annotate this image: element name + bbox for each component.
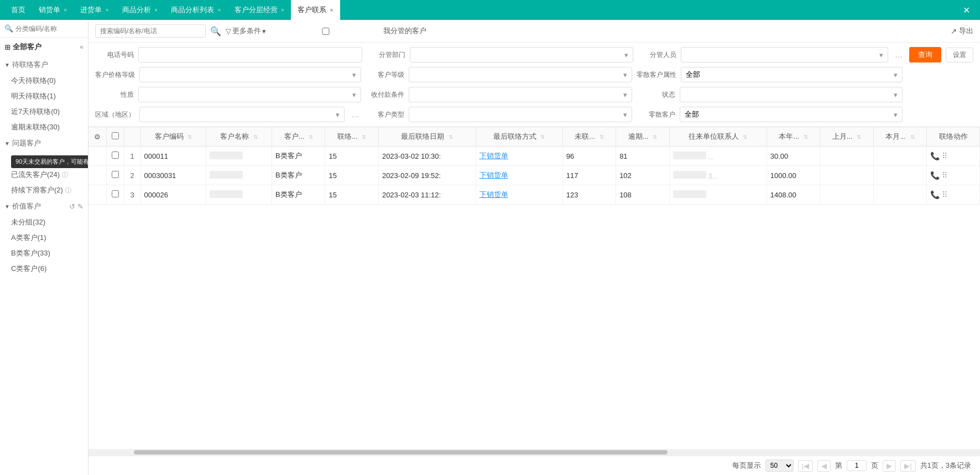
th-this-month[interactable]: 本月... ⇅: [873, 127, 926, 147]
next-page-button[interactable]: ▶: [883, 460, 896, 472]
more-actions-icon[interactable]: ⠿: [942, 171, 947, 180]
select-scatter-cust[interactable]: 全部▾: [680, 107, 903, 122]
close-icon[interactable]: ×: [154, 7, 158, 13]
last-page-button[interactable]: ▶|: [900, 460, 915, 472]
select-all-checkbox[interactable]: [112, 132, 119, 139]
select-payment[interactable]: ▾: [409, 87, 632, 102]
page-input[interactable]: [847, 460, 867, 471]
last-method-link[interactable]: 下销货单: [479, 171, 508, 179]
sidebar-item-today[interactable]: 今天待联络(0): [0, 73, 88, 88]
sidebar-item-a-class[interactable]: A类客户(1): [0, 230, 88, 246]
row-checkbox[interactable]: [112, 190, 119, 197]
horizontal-scrollbar[interactable]: [88, 449, 980, 456]
select-region[interactable]: ▾: [139, 107, 345, 122]
td-this-year: 1408.00: [767, 185, 820, 205]
chevron-down-icon: ▾: [624, 51, 628, 59]
nav-tab-customer-contact[interactable]: 客户联系 ×: [291, 0, 340, 20]
row-checkbox[interactable]: [112, 171, 119, 178]
close-icon[interactable]: ×: [64, 7, 67, 13]
close-icon[interactable]: ×: [330, 7, 333, 13]
more-actions-icon[interactable]: ⠿: [942, 190, 947, 199]
settings-icon[interactable]: ⚙: [94, 133, 101, 141]
more-conditions-button[interactable]: ▽ 更多条件 ▾: [226, 26, 266, 36]
window-close-button[interactable]: ✕: [957, 5, 976, 15]
all-customers-header[interactable]: ⊞ 全部客户 «: [0, 38, 88, 56]
select-scatter-attr[interactable]: 全部▾: [681, 67, 903, 82]
th-code[interactable]: 客户编码 ⇅: [140, 127, 206, 147]
filter-cust-type: 客户类型 ▾: [366, 107, 632, 122]
sidebar-item-churned[interactable]: 已流失客户(24) ⓘ: [0, 167, 88, 182]
th-last-month[interactable]: 上月... ⇅: [820, 127, 873, 147]
my-customers-checkbox-label[interactable]: 我分管的客户: [270, 26, 426, 36]
first-page-button[interactable]: |◀: [798, 460, 813, 472]
select-dept[interactable]: ▾: [410, 47, 634, 62]
select-person[interactable]: ▾: [681, 47, 888, 62]
content-area: 🔍 ▽ 更多条件 ▾ 我分管的客户 ↗ 导出 电话号码: [88, 20, 980, 475]
close-icon[interactable]: ×: [281, 7, 284, 13]
select-status[interactable]: ▾: [680, 87, 903, 102]
th-name[interactable]: 客户名称 ⇅: [206, 127, 272, 147]
sidebar-item-declining[interactable]: 持续下滑客户(2) ⓘ: [0, 182, 88, 198]
per-page-select[interactable]: 50 20 100: [765, 460, 794, 472]
th-contact-count[interactable]: 联络... ⇅: [325, 127, 378, 147]
search-button[interactable]: 🔍: [210, 26, 221, 36]
th-overdue[interactable]: 逾期... ⇅: [616, 127, 669, 147]
my-customers-checkbox[interactable]: [270, 28, 381, 35]
sidebar-item-b-class[interactable]: B类客户(33): [0, 246, 88, 261]
th-last-method[interactable]: 最后联络方式 ⇅: [476, 127, 562, 147]
th-unlinked-days[interactable]: 未联... ⇅: [562, 127, 616, 147]
info-icon: ⓘ: [62, 171, 68, 179]
ellipsis-icon[interactable]: …: [349, 110, 361, 119]
phone-icon[interactable]: 📞: [930, 171, 940, 180]
row-checkbox[interactable]: [112, 152, 119, 159]
filter-nature: 性质 ▾: [95, 87, 361, 102]
close-icon[interactable]: ×: [105, 7, 108, 13]
nav-home[interactable]: 首页: [4, 0, 32, 20]
input-phone[interactable]: [138, 47, 362, 62]
phone-icon[interactable]: 📞: [930, 190, 940, 199]
nav-tab-sales[interactable]: 销货单 ×: [32, 0, 74, 20]
th-type[interactable]: 客户... ⇅: [272, 127, 325, 147]
td-last-method[interactable]: 下销货单: [476, 166, 562, 185]
th-this-year[interactable]: 本年... ⇅: [767, 127, 820, 147]
last-method-link[interactable]: 下销货单: [479, 190, 508, 199]
nav-tab-analysis[interactable]: 商品分析 ×: [116, 0, 164, 20]
td-last-method[interactable]: 下销货单: [476, 185, 562, 205]
sidebar-search-input[interactable]: [15, 25, 88, 33]
select-price-grade[interactable]: ▾: [139, 67, 361, 82]
search-input[interactable]: [95, 24, 206, 38]
select-cust-grade[interactable]: ▾: [409, 67, 632, 82]
scrollbar-thumb[interactable]: [134, 450, 668, 455]
section-problem-customers[interactable]: ▼ 问题客户: [0, 135, 88, 152]
collapse-icon[interactable]: «: [80, 43, 84, 51]
nav-tab-customer-layer[interactable]: 客户分层经营 ×: [228, 0, 291, 20]
refresh-icon[interactable]: ↺: [69, 202, 75, 211]
query-button[interactable]: 查询: [909, 47, 941, 62]
nav-tab-analysis-list[interactable]: 商品分析列表 ×: [164, 0, 227, 20]
sidebar-item-tomorrow[interactable]: 明天待联络(1): [0, 88, 88, 104]
nav-tab-purchase[interactable]: 进货单 ×: [74, 0, 115, 20]
ellipsis-icon[interactable]: …: [893, 50, 905, 59]
settings-button[interactable]: 设置: [946, 48, 973, 62]
sidebar-item-c-class[interactable]: C类客户(6): [0, 261, 88, 276]
phone-icon[interactable]: 📞: [930, 152, 940, 160]
sidebar-item-overdue[interactable]: 逾期未联络(30): [0, 119, 88, 135]
close-icon[interactable]: ×: [217, 7, 221, 13]
export-button[interactable]: ↗ 导出: [951, 26, 973, 36]
td-type: B类客户: [272, 166, 325, 185]
prev-page-button[interactable]: ◀: [817, 460, 831, 472]
more-actions-icon[interactable]: ⠿: [942, 152, 947, 160]
td-last-method[interactable]: 下销货单: [476, 147, 562, 166]
last-method-link[interactable]: 下销货单: [479, 152, 508, 160]
section-value-customers[interactable]: ▼ 价值客户 ↺ ✎: [0, 198, 88, 215]
select-nature[interactable]: ▾: [138, 87, 361, 102]
table-row: 3 000026 B类客户 15 2023-02-03 11:12: 下销货单 …: [88, 185, 980, 205]
bottom-bar: 每页显示 50 20 100 |◀ ◀ 第 页 ▶ ▶| 共1页，3条记录: [88, 456, 980, 475]
th-last-date[interactable]: 最后联络日期 ⇅: [378, 127, 476, 147]
section-pending-contact[interactable]: ▼ 待联络客户: [0, 56, 88, 73]
sidebar-item-ungrouped[interactable]: 未分组(32): [0, 215, 88, 230]
th-person[interactable]: 往来单位联系人 ⇅: [669, 127, 767, 147]
sidebar-item-7days[interactable]: 近7天待联络(0): [0, 104, 88, 119]
edit-icon[interactable]: ✎: [77, 202, 84, 211]
select-cust-type[interactable]: ▾: [409, 107, 632, 122]
